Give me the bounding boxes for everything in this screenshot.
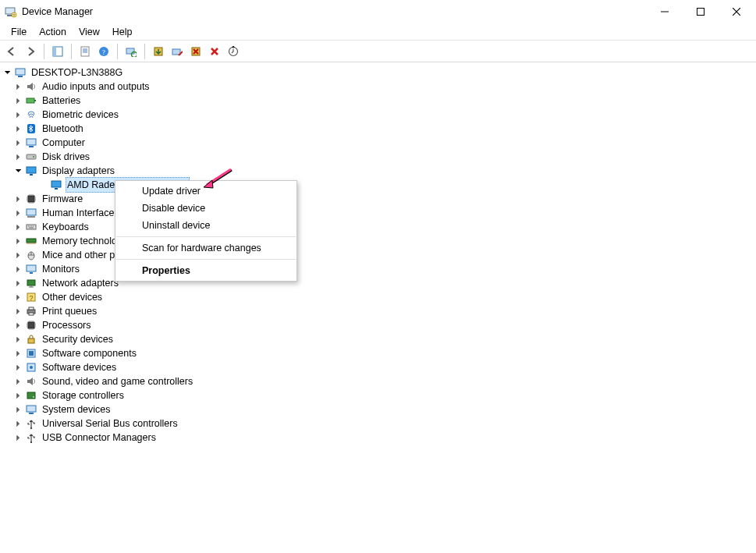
tree-node-security[interactable]: ⏵Security devices <box>14 332 756 346</box>
chevron-right-icon[interactable]: ⏵ <box>14 122 23 136</box>
svg-rect-36 <box>27 280 35 285</box>
context-separator <box>116 236 296 237</box>
chevron-right-icon[interactable]: ⏵ <box>14 276 23 290</box>
tree-node-usbconn[interactable]: ⏵USB Connector Managers <box>14 431 756 445</box>
tree-node-batteries[interactable]: ⏵Batteries <box>14 94 756 108</box>
tree-node-label: Disk drives <box>41 150 91 164</box>
chevron-right-icon[interactable]: ⏵ <box>14 136 23 150</box>
tree-node-label: Processors <box>41 318 93 332</box>
menu-help[interactable]: Help <box>106 26 139 38</box>
chevron-right-icon[interactable]: ⏵ <box>14 374 23 388</box>
chevron-right-icon[interactable]: ⏵ <box>14 150 23 164</box>
tree-node-usbctrl[interactable]: ⏵Universal Serial Bus controllers <box>14 417 756 431</box>
chevron-right-icon[interactable]: ⏵ <box>14 417 23 431</box>
system-icon <box>25 403 37 416</box>
computer-root-icon <box>14 66 27 79</box>
monitor-icon <box>25 263 37 275</box>
tree-node-sound[interactable]: ⏵Sound, video and game controllers <box>14 374 756 388</box>
tree-node-swdev[interactable]: ⏵Software devices <box>14 360 756 374</box>
remove-device-button[interactable] <box>206 43 223 60</box>
firmware-icon <box>25 193 37 205</box>
tree-node-other[interactable]: ⏵?Other devices <box>14 290 756 304</box>
context-separator <box>116 259 296 260</box>
update-driver-button[interactable] <box>150 43 167 60</box>
chevron-right-icon[interactable]: ⏵ <box>14 234 23 248</box>
app-icon <box>5 5 17 18</box>
battery-icon <box>25 94 37 107</box>
chevron-right-icon[interactable]: ⏵ <box>14 262 23 276</box>
chevron-down-icon[interactable]: ⏷ <box>14 164 23 178</box>
biometric-icon <box>25 108 37 121</box>
tree-node-processors[interactable]: ⏵Processors <box>14 318 756 332</box>
disable-device-button[interactable] <box>169 43 186 60</box>
chevron-right-icon[interactable]: ⏵ <box>14 332 23 346</box>
svg-rect-42 <box>28 322 34 328</box>
menu-file[interactable]: File <box>5 26 33 38</box>
chevron-right-icon[interactable]: ⏵ <box>14 220 23 234</box>
tree-node-system[interactable]: ⏵System devices <box>14 402 756 417</box>
tree-node-label: Firmware <box>41 192 84 206</box>
forward-button[interactable] <box>22 43 39 60</box>
properties-sheet-button[interactable] <box>76 43 94 60</box>
chevron-right-icon[interactable]: ⏵ <box>14 360 23 374</box>
back-button[interactable] <box>3 43 20 60</box>
scan-hardware-button[interactable] <box>122 43 140 60</box>
context-menu: Update driver Disable device Uninstall d… <box>115 180 297 282</box>
chevron-right-icon[interactable]: ⏵ <box>14 402 23 417</box>
chevron-right-icon[interactable]: ⏵ <box>14 108 23 122</box>
context-scan-hardware[interactable]: Scan for hardware changes <box>115 239 296 257</box>
chevron-right-icon[interactable]: ⏵ <box>14 248 23 262</box>
svg-rect-34 <box>27 265 36 271</box>
chevron-right-icon[interactable]: ⏵ <box>14 388 23 402</box>
tree-node-label: Computer <box>41 136 87 150</box>
tree-node-bluetooth[interactable]: ⏵Bluetooth <box>14 122 756 136</box>
chevron-right-icon[interactable]: ⏵ <box>14 192 23 206</box>
tree-node-label: Audio inputs and outputs <box>41 80 151 94</box>
chevron-right-icon[interactable]: ⏵ <box>14 346 23 360</box>
minimize-button[interactable] <box>647 0 683 23</box>
tree-node-display[interactable]: ⏷Display adapters <box>14 164 756 178</box>
tree-node-audio[interactable]: ⏵Audio inputs and outputs <box>14 80 756 94</box>
chevron-down-icon[interactable]: ⏷ <box>3 66 12 80</box>
tree-node-print[interactable]: ⏵Print queues <box>14 304 756 318</box>
svg-rect-51 <box>29 413 34 414</box>
tree-root[interactable]: ⏷ DESKTOP-L3N388G <box>3 66 756 80</box>
chevron-right-icon[interactable]: ⏵ <box>14 318 23 332</box>
chevron-right-icon[interactable]: ⏵ <box>14 431 23 445</box>
chevron-none <box>39 178 48 192</box>
menu-view[interactable]: View <box>73 26 106 38</box>
close-button[interactable] <box>719 0 754 23</box>
chevron-right-icon[interactable]: ⏵ <box>14 80 23 94</box>
tree-node-label: Security devices <box>41 332 115 346</box>
tree-node-label: Monitors <box>41 262 81 276</box>
bluetooth-icon <box>25 122 37 135</box>
show-hide-tree-button[interactable] <box>49 43 66 60</box>
tree-node-swcomp[interactable]: ⏵Software components <box>14 346 756 360</box>
svg-rect-28 <box>28 196 34 202</box>
tree-root-label: DESKTOP-L3N388G <box>30 66 124 80</box>
tree-node-biometric[interactable]: ⏵Biometric devices <box>14 108 756 122</box>
svg-rect-43 <box>28 339 34 343</box>
tree-node-storage[interactable]: ⏵Storage controllers <box>14 388 756 402</box>
help-button[interactable]: ? <box>95 43 112 60</box>
context-uninstall-device[interactable]: Uninstall device <box>115 217 296 234</box>
tree-node-disk[interactable]: ⏵Disk drives <box>14 150 756 164</box>
chevron-right-icon[interactable]: ⏵ <box>14 290 23 304</box>
uninstall-device-button[interactable] <box>187 43 204 60</box>
context-disable-device[interactable]: Disable device <box>115 200 296 217</box>
tree-node-computer[interactable]: ⏵Computer <box>14 136 756 150</box>
tree-node-label: System devices <box>41 402 112 417</box>
maximize-button[interactable] <box>683 0 719 23</box>
chevron-right-icon[interactable]: ⏵ <box>14 206 23 220</box>
chevron-right-icon[interactable]: ⏵ <box>14 94 23 108</box>
chevron-right-icon[interactable]: ⏵ <box>14 304 23 318</box>
audio-icon <box>25 80 37 93</box>
svg-rect-21 <box>29 146 34 147</box>
context-properties[interactable]: Properties <box>115 262 296 279</box>
tree-node-label: Sound, video and game controllers <box>41 374 194 388</box>
menu-action[interactable]: Action <box>33 26 73 38</box>
install-driver-button[interactable] <box>225 43 242 60</box>
display-adapter-icon <box>50 179 62 191</box>
svg-text:?: ? <box>102 48 105 55</box>
device-tree[interactable]: ⏷ DESKTOP-L3N388G ⏵Audio inputs and outp… <box>0 62 756 445</box>
